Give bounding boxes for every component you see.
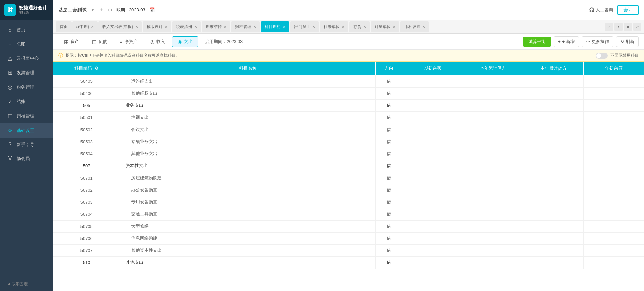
topbar-calendar-icon[interactable]: 📅 [149,7,155,12]
tab-close-icon[interactable]: ✕ [393,25,395,29]
tab-prev-btn[interactable]: ‹ [605,23,613,31]
tab-dept[interactable]: 部门员工 ✕ [290,21,319,32]
cell-credit [523,208,584,220]
column-settings-icon[interactable]: ⚙ [95,66,99,71]
tab-close-icon[interactable]: ✕ [91,25,94,29]
tab-currency[interactable]: 币种设置 ✕ [400,21,429,32]
tab-close-icon[interactable]: ✕ [342,25,344,29]
cell-debit [463,244,523,256]
tab-balance[interactable]: ε(中期) ✕ [72,21,98,32]
cell-debit [463,99,523,111]
cell-name: 培训支出 [120,111,376,124]
cell-init [402,220,463,232]
table-row[interactable]: 50707 其他资本性支出 借 [53,244,644,256]
ledger-icon: ≡ [7,41,13,47]
sidebar-item-invoice[interactable]: ⊞ 发票管理 [0,65,53,80]
table-row[interactable]: 507 资本性支出 借 [53,160,644,172]
cell-debit [463,184,523,196]
table-row[interactable]: 50706 信息网络购建 借 [53,232,644,244]
subtab-asset[interactable]: ▦ 资产 [58,36,85,47]
tab-label: 存货 [353,24,361,30]
table-row[interactable]: 50503 专项业务支出 借 [53,136,644,148]
tab-close-icon[interactable]: ✕ [312,25,315,29]
tab-inventory[interactable]: 存货 ✕ [349,21,370,32]
toggle-disabled-subjects[interactable] [596,53,608,59]
refresh-button[interactable]: ↻ 刷新 [616,36,639,47]
logo-sub: 旗舰版 [19,10,47,15]
cell-init [402,99,463,111]
tab-close-icon[interactable]: ✕ [224,25,226,29]
sidebar-item-label: 归档管理 [17,113,34,119]
tab-home[interactable]: 首页 [56,21,72,32]
sidebar-item-member[interactable]: V 畅会员 [0,152,53,166]
add-button[interactable]: + + 新增 [554,36,579,47]
cell-dir: 借 [376,148,402,160]
sidebar-item-guide[interactable]: ? 新手引导 [0,138,53,152]
subtab-liability[interactable]: ◫ 负债 [86,36,113,47]
table-row[interactable]: 50703 专用设备购置 借 [53,196,644,208]
tab-next-btn[interactable]: › [614,23,623,31]
cell-year [584,136,644,148]
sidebar-footer-label: ◄ 取消固定 [7,281,28,287]
topbar-dropdown-icon[interactable]: ▼ [91,8,95,12]
topbar: 基层工会测试 ▼ ＋ ⚙ 账期 2023-03 📅 🎧 人工咨询 会计 [53,0,644,20]
table-row[interactable]: 50701 房屋建筑物购建 借 [53,172,644,184]
tab-close-icon[interactable]: ✕ [165,25,167,29]
tab-units[interactable]: 往来单位 ✕ [320,21,348,32]
tab-close-icon[interactable]: ✕ [194,25,197,29]
sidebar-item-label: 云报表中心 [17,55,39,61]
table-row[interactable]: 50705 大型修缮 借 [53,220,644,232]
topbar-gear-icon[interactable]: ⚙ [108,7,112,13]
tab-close-all-btn[interactable]: ✕ [624,23,632,31]
table-row[interactable]: 50704 交通工具购置 借 [53,208,644,220]
cell-dir: 借 [376,256,402,269]
sidebar-item-ledger[interactable]: ≡ 总账 [0,37,53,51]
more-button[interactable]: ⋯ 更多操作 [582,36,613,47]
table-container[interactable]: 科目编码 ⚙ 科目名称 方向 期初余额 本年累计借方 [53,62,644,291]
table-row[interactable]: 510 其他支出 借 [53,256,644,269]
tab-close-icon[interactable]: ✕ [283,25,285,29]
table-row[interactable]: 50406 其他维权支出 借 [53,87,644,99]
table-row[interactable]: 50702 办公设备购置 借 [53,184,644,196]
tab-tax[interactable]: 税表清册 ✕ [172,21,201,32]
tab-close-icon[interactable]: ✕ [422,25,425,29]
tab-close-icon[interactable]: ✕ [135,25,138,29]
balance-button[interactable]: 试算平衡 [523,37,551,47]
table-row[interactable]: 505 业务支出 借 [53,99,644,111]
topbar-account-button[interactable]: 会计 [617,5,639,15]
table-row[interactable]: 50502 会议支出 借 [53,124,644,136]
tab-filing[interactable]: 归档管理 ✕ [231,21,260,32]
tab-close-icon[interactable]: ✕ [253,25,256,29]
tabbar-nav: ‹ › ✕ ⤢ [605,23,641,31]
cell-credit [523,232,584,244]
sidebar-item-settlement[interactable]: ✓ 结账 [0,94,53,109]
sidebar-item-home[interactable]: ⌂ 首页 [0,23,53,37]
tab-income[interactable]: 收入支出表(年报) ✕ [98,21,142,32]
cell-name: 其他支出 [120,256,376,269]
sidebar-item-reports[interactable]: △ 云报表中心 [0,51,53,65]
topbar-support-btn[interactable]: 🎧 人工咨询 [589,7,613,13]
topbar-add-icon[interactable]: ＋ [99,6,104,13]
tab-subject-init[interactable]: 科目期初 ✕ [261,21,289,32]
table-row[interactable]: 50405 运维维支出 借 [53,75,644,87]
sidebar-logo: 财 畅捷通好会计 旗舰版 [0,0,53,20]
sidebar-item-tax[interactable]: ◎ 税务管理 [0,80,53,94]
sidebar-footer[interactable]: ◄ 取消固定 [0,277,53,291]
tab-expand-btn[interactable]: ⤢ [633,23,641,31]
topbar-period-label: 账期 [116,7,125,13]
sidebar-item-settings[interactable]: ⚙ 基础设置 [0,123,53,138]
liability-icon: ◫ [92,39,96,44]
cell-init [402,75,463,87]
tab-close-icon[interactable]: ✕ [363,25,366,29]
tab-period-end[interactable]: 期末结转 ✕ [202,21,230,32]
subtab-income[interactable]: ◎ 收入 [145,36,171,47]
subtab-expense[interactable]: ◉ 支出 [172,36,198,47]
table-row[interactable]: 50504 其他业务支出 借 [53,148,644,160]
tab-template[interactable]: 模版设计 ✕ [143,21,171,32]
table-row[interactable]: 50501 培训支出 借 [53,111,644,124]
sidebar-item-archive[interactable]: ◫ 归档管理 [0,109,53,123]
cell-code: 50703 [53,196,120,208]
subtab-net-asset[interactable]: ≡ 净资产 [114,36,143,47]
cell-code: 505 [53,99,120,111]
tab-units-measure[interactable]: 计量单位 ✕ [371,21,399,32]
